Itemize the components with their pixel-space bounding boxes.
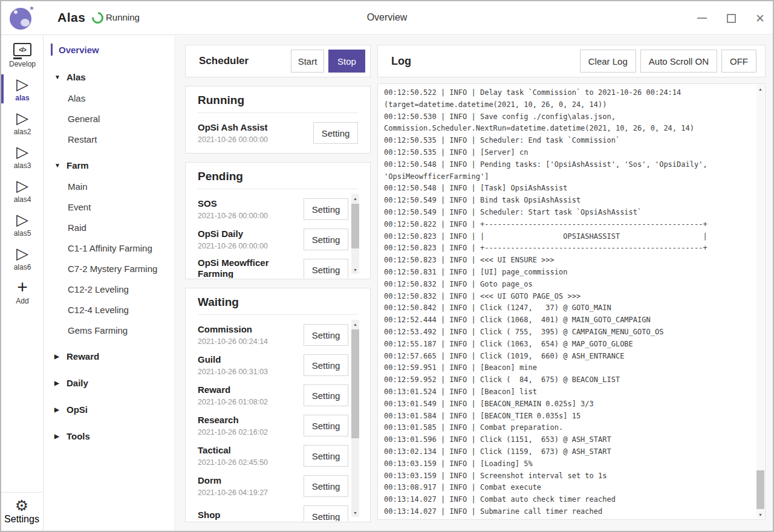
stop-button[interactable]: Stop — [328, 50, 365, 73]
rail-item-label: Develop — [9, 60, 36, 68]
scroll-down-icon[interactable]: ▼ — [756, 510, 764, 519]
task-next-run-time: 2021-10-26 00:31:03 — [198, 368, 304, 376]
nav-item-label: Farm — [67, 160, 89, 170]
nav-item[interactable]: ▼ Alas — [44, 66, 175, 88]
maximize-button[interactable] — [724, 11, 738, 25]
nav-item[interactable]: General — [44, 108, 175, 129]
nav-item[interactable]: C7-2 Mystery Farming — [44, 258, 175, 279]
nav-item[interactable]: Gems Farming — [44, 320, 175, 340]
rail-item-add[interactable]: + Add — [1, 275, 44, 309]
auto-scroll-off-button[interactable]: OFF — [721, 50, 756, 73]
log-output[interactable]: 00:12:50.522 | INFO | Delay task `Commis… — [384, 87, 750, 516]
task-name: Guild — [198, 354, 294, 365]
scroll-up-icon[interactable]: ▲ — [756, 85, 764, 93]
setting-button[interactable]: Setting — [304, 198, 348, 220]
nav-item-label: Alas — [68, 93, 85, 103]
nav-sidebar: Overview ▼ Alas Alas General — [44, 36, 175, 531]
rail-item-instance[interactable]: ▷ alas6 — [1, 241, 44, 275]
rail-item-settings[interactable]: ⚙ Settings — [1, 492, 42, 531]
waiting-panel: Waiting Commission 2021-10-26 00:24:14 S… — [185, 288, 371, 522]
pending-panel-title: Pending — [198, 170, 358, 189]
scroll-down-icon[interactable]: ▼ — [351, 265, 359, 274]
setting-button[interactable]: Setting — [313, 122, 358, 144]
setting-button[interactable]: Setting — [304, 354, 348, 376]
nav-item[interactable]: Overview — [44, 38, 175, 61]
rail-item-instance[interactable]: ▷ alas3 — [1, 140, 44, 174]
rail-item-develop[interactable]: Develop — [1, 36, 44, 72]
setting-button[interactable]: Setting — [304, 259, 348, 278]
instance-rail: Develop ▷ alas ▷ alas2 ▷ alas3 — [1, 36, 44, 531]
setting-button[interactable]: Setting — [304, 384, 348, 406]
scroll-up-icon[interactable]: ▲ — [351, 320, 359, 328]
nav-item-label: General — [68, 114, 100, 124]
rail-item-instance[interactable]: ▷ alas4 — [1, 174, 44, 207]
add-icon: + — [17, 278, 28, 296]
task-row: Research 2021-10-26 02:16:02 Setting — [186, 410, 348, 441]
nav-item[interactable]: Main — [44, 176, 175, 196]
setting-button[interactable]: Setting — [304, 415, 348, 436]
scroll-down-icon[interactable]: ▼ — [351, 508, 359, 517]
scrollbar-thumb[interactable] — [756, 470, 764, 509]
task-name: OpSi Ash Assist — [198, 122, 294, 133]
rail-item-instance[interactable]: ▷ alas — [1, 72, 44, 106]
nav-item[interactable]: C1-1 Affinity Farming — [44, 238, 175, 258]
nav-item[interactable]: C12-4 Leveling — [44, 299, 175, 320]
rail-item-label: alas — [15, 94, 29, 102]
pending-scrollbar[interactable]: ▲ ▼ — [351, 194, 359, 274]
nav-item-label: C1-1 Affinity Farming — [68, 243, 152, 253]
close-button[interactable]: ✕ — [753, 11, 767, 25]
pending-task-list[interactable]: SOS 2021-10-26 00:00:00 Setting OpSi Dai… — [186, 194, 348, 278]
rail-item-label: alas4 — [14, 195, 31, 204]
nav-item[interactable]: Raid — [44, 217, 175, 238]
nav-item[interactable]: ▼ Farm — [44, 154, 175, 176]
running-panel: Running OpSi Ash Assist 2021-10-26 00:00… — [185, 86, 371, 154]
setting-button[interactable]: Setting — [304, 229, 348, 250]
expander-icon: ▶ — [54, 353, 67, 360]
setting-button[interactable]: Setting — [304, 324, 348, 346]
task-row: Dorm 2021-10-26 04:19:27 Setting — [186, 471, 348, 501]
waiting-task-list[interactable]: Commission 2021-10-26 00:24:14 Setting G… — [186, 320, 348, 521]
log-scrollbar[interactable]: ▲ ▼ — [756, 85, 764, 519]
play-icon: ▷ — [16, 143, 28, 161]
play-icon: ▷ — [16, 210, 28, 229]
scrollbar-thumb[interactable] — [351, 329, 359, 438]
setting-button[interactable]: Setting — [304, 445, 348, 467]
nav-item[interactable]: C12-2 Leveling — [44, 279, 175, 299]
nav-item[interactable]: Restart — [44, 129, 175, 149]
app-window: Alas Running Overview ✕ Develop ▷ alas ▷ — [0, 0, 774, 532]
waiting-panel-title: Waiting — [198, 296, 358, 315]
task-row: Guild 2021-10-26 00:31:03 Setting — [186, 350, 348, 380]
task-next-run-time: 2021-10-26 02:45:50 — [198, 458, 304, 467]
nav-item[interactable]: ▶ Daily — [44, 372, 175, 394]
window-title: Overview — [1, 12, 773, 23]
nav-item-label: Main — [68, 181, 88, 192]
nav-item[interactable]: ▶ Reward — [44, 345, 175, 367]
setting-button[interactable]: Setting — [304, 475, 348, 497]
expander-icon: ▶ — [54, 380, 67, 386]
expander-icon: ▶ — [54, 406, 67, 413]
minimize-button[interactable] — [695, 11, 709, 25]
scrollbar-thumb[interactable] — [351, 204, 359, 248]
auto-scroll-on-button[interactable]: Auto Scroll ON — [640, 50, 717, 73]
nav-item[interactable]: ▶ Tools — [44, 425, 175, 447]
instance-list: ▷ alas ▷ alas2 ▷ alas3 ▷ alas4 — [1, 72, 43, 275]
nav-item[interactable]: Event — [44, 196, 175, 217]
task-name: Shop — [198, 510, 294, 521]
task-next-run-time: 2021-10-26 02:16:02 — [198, 428, 304, 436]
nav-item[interactable]: ▶ OpSi — [44, 398, 175, 420]
rail-item-instance[interactable]: ▷ alas5 — [1, 207, 44, 241]
scroll-up-icon[interactable]: ▲ — [351, 194, 359, 203]
rail-item-instance[interactable]: ▷ alas2 — [1, 106, 44, 140]
waiting-scrollbar[interactable]: ▲ ▼ — [351, 320, 359, 517]
task-name: OpSi Meowfficer Farming — [198, 258, 294, 278]
pending-panel: Pending SOS 2021-10-26 00:00:00 Setting — [185, 162, 371, 279]
setting-button[interactable]: Setting — [304, 505, 348, 521]
task-next-run-time: 2021-10-26 00:00:00 — [198, 242, 304, 250]
nav-item-label: Event — [68, 202, 91, 212]
nav-item-label: Alas — [67, 72, 86, 82]
clear-log-button[interactable]: Clear Log — [580, 50, 636, 73]
nav-item-label: Raid — [68, 222, 86, 233]
start-button[interactable]: Start — [291, 50, 324, 73]
nav-item[interactable]: Alas — [44, 88, 175, 108]
task-name: Dorm — [198, 475, 294, 486]
